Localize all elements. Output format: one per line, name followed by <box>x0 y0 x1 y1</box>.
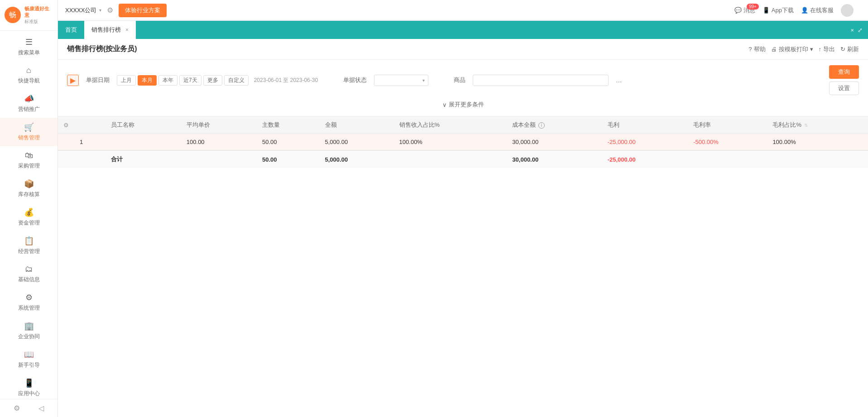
home-icon: ⌂ <box>26 66 31 75</box>
date-buttons: 上月 本月 本年 近7天 更多 自定义 2023-06-01 至 2023-06… <box>117 75 318 86</box>
sidebar-nav: ☰ 搜索菜单 ⌂ 快捷导航 📣 营销推广 🛒 销售管理 🛍 采购管理 📦 库存核… <box>0 31 58 399</box>
date-btn-this-year[interactable]: 本年 <box>158 75 177 86</box>
col-employee-name: 员工名称 <box>106 116 181 134</box>
footer-rank <box>74 150 106 168</box>
logo-text-area: 畅康通好生意 标准版 <box>24 5 53 25</box>
footer-sales-pct <box>394 150 507 168</box>
sidebar-item-label: 营销推广 <box>18 105 40 113</box>
help-label: 帮助 <box>754 45 766 53</box>
guide-icon: 📖 <box>24 350 34 359</box>
goods-input[interactable] <box>473 75 609 86</box>
sidebar: 畅 畅康通好生意 标准版 ☰ 搜索菜单 ⌂ 快捷导航 📣 营销推广 🛒 销售管理… <box>0 0 58 417</box>
query-actions: 查询 设置 <box>829 65 859 95</box>
finance-icon: 💰 <box>24 207 34 217</box>
logo-icon: 畅 <box>5 7 21 23</box>
topbar: XXXXX公司 ▾ ⚙ 体验行业方案 💬 消息 99+ 📱 App下载 👤 在线… <box>58 0 868 21</box>
expand-area: ∨ 展开更多条件 <box>67 99 859 110</box>
sidebar-item-label: 新手引导 <box>18 361 40 369</box>
sidebar-item-purchase[interactable]: 🛍 采购管理 <box>0 146 58 174</box>
app-center-icon: 📱 <box>24 378 34 388</box>
date-btn-this-month[interactable]: 本月 <box>138 75 157 86</box>
app-download-button[interactable]: 📱 App下载 <box>762 6 794 14</box>
date-btn-7days[interactable]: 近7天 <box>179 75 201 86</box>
col-quantity: 主数量 <box>257 116 320 134</box>
footer-avg-price <box>181 150 257 168</box>
sidebar-item-sales[interactable]: 🛒 销售管理 <box>0 118 58 146</box>
basic-info-icon: 🗂 <box>25 264 33 274</box>
sidebar-item-app-center[interactable]: 📱 应用中心 <box>0 374 58 399</box>
service-label: 在线客服 <box>810 6 834 14</box>
col-rank <box>74 116 106 134</box>
sidebar-item-marketing[interactable]: 📣 营销推广 <box>0 89 58 118</box>
company-name: XXXXX公司 <box>65 6 96 14</box>
status-select[interactable] <box>374 75 428 86</box>
sidebar-item-label: 系统管理 <box>18 304 40 312</box>
col-cost: 成本全额 i <box>507 116 602 134</box>
logo-title: 畅康通好生意 <box>24 5 53 19</box>
footer-gross-rate <box>688 150 767 168</box>
export-button[interactable]: ↑ 导出 <box>819 45 835 53</box>
window-expand-icon[interactable]: ⤢ <box>858 27 863 34</box>
expand-icon: ∨ <box>442 101 447 108</box>
sidebar-item-finance[interactable]: 💰 资金管理 <box>0 203 58 231</box>
cost-info-icon[interactable]: i <box>538 122 545 129</box>
cell-avg-price: 100.00 <box>181 134 257 151</box>
date-btn-custom[interactable]: 自定义 <box>224 75 249 86</box>
page-header: 销售排行榜(按业务员) ? 帮助 🖨 按模板打印 ▾ ↑ 导出 ↻ 刷新 <box>58 39 868 60</box>
footer-settings-icon[interactable]: ⚙ <box>14 404 20 412</box>
sidebar-item-label: 资金管理 <box>18 219 40 227</box>
col-settings[interactable]: ⚙ <box>58 116 74 134</box>
trial-button[interactable]: 体验行业方案 <box>119 4 167 17</box>
goods-label: 商品 <box>454 76 465 84</box>
window-close-icon[interactable]: × <box>850 27 854 34</box>
sidebar-item-basic-info[interactable]: 🗂 基础信息 <box>0 260 58 288</box>
sidebar-item-system[interactable]: ⚙ 系统管理 <box>0 288 58 316</box>
help-button[interactable]: ? 帮助 <box>748 45 765 53</box>
export-icon: ↑ <box>819 46 822 53</box>
sidebar-item-guide[interactable]: 📖 新手引导 <box>0 345 58 374</box>
sidebar-item-label: 快捷导航 <box>18 77 40 85</box>
date-btn-last-month[interactable]: 上月 <box>117 75 136 86</box>
sidebar-item-operations[interactable]: 📋 经营管理 <box>0 231 58 260</box>
tab-home[interactable]: 首页 <box>58 21 84 39</box>
refresh-button[interactable]: ↻ 刷新 <box>840 45 859 53</box>
topbar-settings-icon[interactable]: ⚙ <box>107 6 113 14</box>
footer-quantity: 50.00 <box>257 150 320 168</box>
more-filters-icon[interactable]: ... <box>616 76 622 84</box>
expand-button[interactable]: ∨ 展开更多条件 <box>442 101 484 109</box>
settings-button[interactable]: 设置 <box>829 81 859 95</box>
print-dropdown-icon: ▾ <box>810 46 813 53</box>
cell-employee-name <box>106 134 181 151</box>
sidebar-item-label: 经营管理 <box>18 248 40 255</box>
sidebar-collapse-icon[interactable]: ◁ <box>38 404 44 412</box>
tab-active-label: 销售排行榜 <box>91 26 121 34</box>
company-selector[interactable]: XXXXX公司 ▾ <box>65 6 101 14</box>
sidebar-item-search[interactable]: ☰ 搜索菜单 <box>0 33 58 61</box>
query-button[interactable]: 查询 <box>829 65 859 79</box>
table-wrapper[interactable]: ⚙ 员工名称 平均单价 主数量 <box>58 116 868 417</box>
export-label: 导出 <box>823 45 835 53</box>
topbar-right: 💬 消息 99+ 📱 App下载 👤 在线客服 <box>734 4 861 17</box>
service-icon: 👤 <box>801 7 808 14</box>
message-button[interactable]: 💬 消息 99+ <box>734 6 755 14</box>
col-gross-rate: 毛利率 <box>688 116 767 134</box>
col-avg-price: 平均单价 <box>181 116 257 134</box>
column-settings-icon[interactable]: ⚙ <box>63 122 69 129</box>
tab-close-icon[interactable]: × <box>125 27 129 33</box>
tab-bar: 首页 销售排行榜 × × ⤢ <box>58 21 868 39</box>
gross-pct-sort-icon[interactable]: ⇅ <box>804 123 808 128</box>
enterprise-icon: 🏢 <box>24 321 34 331</box>
date-btn-more[interactable]: 更多 <box>203 75 222 86</box>
filter-toggle-button[interactable]: ▶ <box>67 75 79 86</box>
sidebar-item-quicknav[interactable]: ⌂ 快捷导航 <box>0 61 58 89</box>
sidebar-item-label: 基础信息 <box>18 276 40 283</box>
online-service-button[interactable]: 👤 在线客服 <box>801 6 834 14</box>
user-avatar[interactable] <box>841 4 854 17</box>
print-button[interactable]: 🖨 按模板打印 ▾ <box>771 45 813 53</box>
sidebar-item-enterprise[interactable]: 🏢 企业协同 <box>0 316 58 345</box>
date-range-display: 2023-06-01 至 2023-06-30 <box>254 77 318 84</box>
tab-sales-ranking[interactable]: 销售排行榜 × <box>84 21 136 39</box>
sidebar-item-inventory[interactable]: 📦 库存核算 <box>0 174 58 203</box>
table-row: 1 100.00 50.00 5,000.00 100.00% 30,000.0… <box>58 134 868 151</box>
sidebar-item-label: 库存核算 <box>18 191 40 198</box>
